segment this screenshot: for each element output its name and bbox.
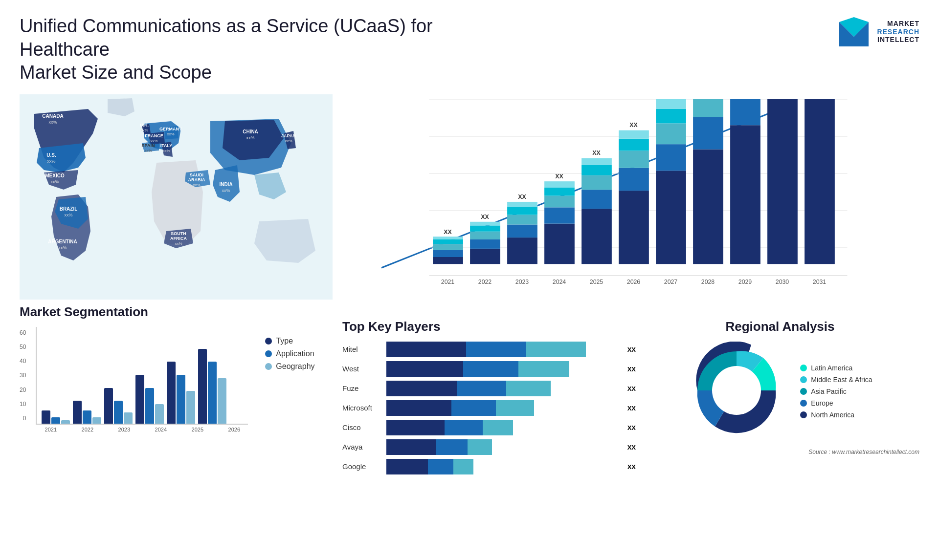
svg-text:2028: 2028 (701, 279, 715, 285)
svg-rect-52 (470, 225, 500, 231)
svg-text:U.K.: U.K. (140, 123, 149, 128)
svg-text:MEXICO: MEXICO (45, 173, 65, 178)
seg-group-2024 (135, 375, 164, 424)
world-map: CANADA xx% U.S. xx% MEXICO xx% BRAZIL xx… (20, 94, 333, 300)
map-svg: CANADA xx% U.S. xx% MEXICO xx% BRAZIL xx… (20, 94, 333, 300)
player-name-cisco: Cisco (342, 423, 381, 431)
svg-text:U.S.: U.S. (46, 152, 56, 158)
legend-dot-geography (265, 363, 272, 370)
title-line2: Market Size and Scope (20, 62, 212, 83)
svg-text:XX: XX (592, 150, 601, 156)
bottom-right-panels: Top Key Players Mitel XX (342, 319, 919, 478)
player-row-mitel: Mitel XX (342, 342, 621, 357)
svg-rect-81 (656, 123, 686, 144)
player-name-microsoft: Microsoft (342, 404, 381, 412)
svg-text:xx%: xx% (162, 149, 170, 153)
svg-rect-101 (805, 99, 835, 264)
legend-type: Type (265, 337, 314, 345)
svg-rect-69 (581, 175, 612, 189)
svg-rect-71 (581, 158, 612, 165)
player-bar-google: XX (386, 459, 621, 474)
svg-text:ARGENTINA: ARGENTINA (48, 239, 77, 244)
seg-bars-wrapper: 2021 2022 2023 2024 2025 2026 (36, 327, 248, 432)
player-bar-fuze: XX (386, 381, 621, 396)
dot-europe (800, 400, 807, 407)
bar-chart-section: XX XX XX (342, 94, 919, 314)
svg-rect-85 (693, 149, 723, 264)
player-row-fuze: Fuze XX (342, 381, 621, 396)
svg-text:2021: 2021 (441, 279, 455, 285)
logo-line1: MARKET (877, 20, 919, 28)
svg-text:xx%: xx% (167, 132, 174, 136)
dot-mea (800, 376, 807, 383)
seg-chart-wrapper: 60 50 40 30 20 10 0 (20, 327, 333, 432)
svg-rect-47 (433, 237, 463, 239)
svg-rect-68 (581, 190, 612, 209)
svg-text:CANADA: CANADA (42, 113, 63, 119)
svg-rect-74 (619, 168, 649, 191)
player-row-west: West XX (342, 361, 621, 377)
svg-rect-76 (619, 138, 649, 151)
svg-rect-50 (470, 239, 500, 248)
svg-rect-67 (581, 209, 612, 264)
svg-text:xx%: xx% (140, 128, 148, 132)
svg-text:xx%: xx% (150, 139, 157, 143)
svg-rect-44 (433, 250, 463, 257)
right-panel: XX XX XX (342, 94, 919, 559)
seg-bars-container (36, 327, 248, 425)
logo-text: MARKET RESEARCH INTELLECT (877, 20, 919, 44)
player-bar-west: XX (386, 361, 621, 377)
svg-rect-82 (656, 108, 686, 123)
svg-point-117 (712, 366, 761, 415)
svg-text:xx%: xx% (50, 179, 59, 184)
svg-text:xx%: xx% (285, 139, 292, 143)
logo-line3: INTELLECT (877, 36, 919, 44)
svg-text:2031: 2031 (813, 279, 827, 285)
svg-text:XX: XX (444, 228, 452, 235)
legend-dot-type (265, 338, 272, 345)
player-bar-microsoft: XX (386, 400, 621, 416)
svg-text:xx%: xx% (64, 213, 72, 217)
svg-text:FRANCE: FRANCE (145, 133, 163, 138)
player-row-google: Google XX (342, 459, 621, 474)
legend-item-na: North America (800, 411, 872, 419)
svg-text:GERMANY: GERMANY (159, 127, 182, 131)
seg-group-2021 (42, 410, 70, 424)
players-title: Top Key Players (342, 319, 621, 334)
legend-application: Application (265, 349, 314, 358)
svg-text:xx%: xx% (222, 188, 230, 193)
svg-text:2030: 2030 (776, 279, 789, 285)
dot-ap (800, 388, 807, 395)
svg-rect-91 (730, 125, 760, 264)
seg-group-2023 (104, 388, 133, 424)
svg-text:ITALY: ITALY (160, 143, 173, 148)
page-title: Unified Communications as a Service (UCa… (20, 15, 460, 85)
segmentation-section: Market Segmentation 60 50 40 30 20 10 0 (20, 304, 333, 432)
svg-text:XX: XX (555, 172, 563, 179)
svg-text:2023: 2023 (515, 279, 529, 285)
svg-rect-65 (544, 181, 575, 187)
dot-latin (800, 365, 807, 371)
svg-text:xx%: xx% (175, 241, 182, 246)
player-name-west: West (342, 365, 381, 373)
source-text: Source : www.marketresearchintellect.com (641, 449, 919, 455)
svg-rect-55 (507, 237, 537, 264)
svg-rect-51 (470, 231, 500, 239)
svg-text:SOUTH: SOUTH (171, 231, 186, 236)
svg-text:xx%: xx% (246, 135, 254, 140)
svg-text:XX: XX (629, 122, 638, 129)
donut-svg (688, 342, 785, 439)
svg-rect-73 (619, 191, 649, 264)
svg-text:xx%: xx% (193, 183, 200, 187)
regional-title: Regional Analysis (641, 319, 919, 334)
svg-rect-86 (693, 117, 723, 150)
dot-na (800, 411, 807, 418)
svg-rect-57 (507, 215, 537, 224)
page-container: Unified Communications as a Service (UCa… (0, 0, 939, 560)
svg-rect-83 (656, 99, 686, 109)
svg-rect-80 (656, 144, 686, 171)
svg-text:2026: 2026 (627, 279, 641, 285)
segmentation-title: Market Segmentation (20, 304, 333, 320)
player-name-google: Google (342, 462, 381, 471)
svg-rect-70 (581, 165, 612, 175)
